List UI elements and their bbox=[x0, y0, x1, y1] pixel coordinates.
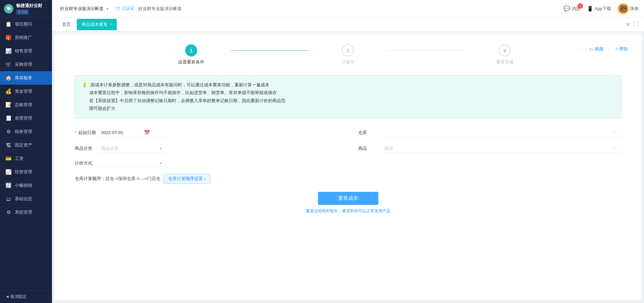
project-icon: 📋 bbox=[5, 21, 11, 27]
category-select[interactable]: 商品分类 ▼ bbox=[98, 144, 165, 153]
pricing-field: 计价方式 ▼ bbox=[75, 160, 621, 167]
step-connector-2-3 bbox=[387, 50, 466, 51]
calendar-icon[interactable]: 📅 bbox=[144, 130, 150, 136]
sidebar-item-ledger[interactable]: 📝 总账管理 bbox=[0, 98, 52, 112]
message-button[interactable]: 💬 消息 1 bbox=[564, 5, 580, 12]
inventory-icon: 🏠 bbox=[5, 75, 11, 81]
chevron-right-icon: › bbox=[204, 176, 206, 181]
warehouse-field: 仓库 ··· bbox=[358, 128, 622, 137]
expand-window-button[interactable]: ⛶ bbox=[633, 21, 639, 28]
verified-badge: 🛡 已认证 bbox=[116, 6, 134, 11]
app-name: 畅捷通好业财 bbox=[16, 3, 42, 9]
sidebar-item-label: 系统管理 bbox=[15, 209, 32, 215]
pricing-label: 计价方式 bbox=[75, 160, 98, 166]
pricing-select[interactable]: ▼ bbox=[98, 160, 165, 167]
assets-icon: 🏗 bbox=[5, 142, 11, 148]
verified-text: 已认证 bbox=[122, 6, 134, 11]
chevron-down-icon: ▼ bbox=[106, 7, 109, 11]
app-edition: 专业版 bbox=[16, 9, 29, 15]
start-date-field: * 起始日期 📅 bbox=[75, 128, 338, 137]
sidebar-item-purchase[interactable]: 🛒 采购管理 bbox=[0, 58, 52, 71]
sidebar-item-label: 经营管理 bbox=[15, 169, 32, 175]
topbar: 好业财专业版演示帐套 ▼ 🛡 已认证 好业财专业版演示帐套 💬 消息 1 📱 A… bbox=[52, 0, 644, 17]
sidebar-item-operations[interactable]: 📈 经营管理 bbox=[0, 165, 52, 179]
tab-close-icon[interactable]: × bbox=[110, 22, 112, 27]
info-box: 💡 因成本计算参数调整，或是对商品成本有疑问时，可以通过成本重算功能，重新计算一… bbox=[75, 75, 621, 118]
sidebar-item-label: 资金管理 bbox=[15, 88, 32, 94]
help-button[interactable]: ? 帮助 bbox=[615, 46, 628, 52]
step-2-circle: 2 bbox=[342, 44, 354, 56]
app-download-label: App下载 bbox=[595, 6, 611, 12]
form-section: * 起始日期 📅 仓库 ··· bbox=[55, 125, 641, 221]
account-display-name: 好业财专业版演示帐套 bbox=[138, 6, 182, 12]
ledger-icon: 📝 bbox=[5, 102, 11, 108]
operations-icon: 📈 bbox=[5, 169, 11, 175]
product-placeholder: 商品 bbox=[384, 145, 393, 152]
sidebar-item-label: 固定资产 bbox=[15, 142, 32, 148]
form-row-3: 计价方式 ▼ bbox=[75, 160, 621, 167]
sales-icon: 📊 bbox=[5, 48, 11, 54]
form-row-1: * 起始日期 📅 仓库 ··· bbox=[75, 128, 621, 137]
step-2-label: 计算中 bbox=[341, 59, 355, 65]
warning-icon: 💡 bbox=[82, 82, 87, 87]
topbar-actions: 💬 消息 1 📱 App下载 🐻 珠珠 bbox=[564, 3, 639, 14]
category-label: 商品分类 bbox=[75, 145, 98, 152]
step-2-num: 2 bbox=[346, 48, 349, 53]
warehouse-order-label: 仓库计算顺序：总仓->深圳仓库->...->门店仓 bbox=[75, 176, 160, 182]
video-help-button[interactable]: ▷ 视频 bbox=[590, 46, 603, 52]
sidebar-item-label: 营销推广 bbox=[15, 35, 32, 41]
tab-home[interactable]: 首页 bbox=[57, 19, 75, 30]
basic-icon: 🗂 bbox=[5, 196, 11, 202]
start-date-input-wrapper[interactable]: 📅 bbox=[98, 128, 165, 137]
content-area: 1 设置重算条件 2 计算中 3 重算完成 bbox=[55, 34, 641, 300]
sidebar-item-inventory[interactable]: 🏠 库存核算 bbox=[0, 71, 52, 85]
warehouse-order-row: 仓库计算顺序：总仓->深圳仓库->...->门店仓 仓库计算顺序设置 › bbox=[75, 174, 621, 184]
sidebar-item-finance[interactable]: 💰 资金管理 bbox=[0, 85, 52, 98]
sidebar-item-label: 税务管理 bbox=[15, 129, 32, 135]
tab-recalc-label: 商品成本重算 bbox=[82, 21, 108, 28]
sidebar-item-label: 基础信息 bbox=[15, 196, 32, 202]
steps-header: 1 设置重算条件 2 计算中 3 重算完成 bbox=[55, 34, 641, 72]
user-avatar-area[interactable]: 🐻 珠珠 bbox=[618, 3, 639, 14]
sidebar-item-tax[interactable]: ⚙ 税务管理 bbox=[0, 125, 52, 138]
finance-icon: 💰 bbox=[5, 88, 11, 94]
tab-home-label: 首页 bbox=[62, 21, 71, 28]
start-date-input[interactable] bbox=[101, 130, 141, 135]
tab-recalc[interactable]: 商品成本重算 × bbox=[77, 19, 117, 30]
close-window-button[interactable]: ✕ bbox=[626, 21, 630, 28]
product-more-button[interactable]: ··· bbox=[613, 145, 619, 152]
sidebar-item-label: 工资 bbox=[15, 156, 23, 162]
app-logo: 畅 bbox=[4, 4, 13, 13]
sidebar-item-system[interactable]: ⚙ 系统管理 bbox=[0, 206, 52, 219]
app-download-button[interactable]: 📱 App下载 bbox=[587, 6, 611, 12]
marketing-icon: 🎁 bbox=[5, 35, 11, 41]
sidebar-item-salary[interactable]: 💳 工资 bbox=[0, 152, 52, 165]
sidebar-item-invoice[interactable]: 🧾 发票管理 bbox=[0, 112, 52, 125]
invoice-icon: 🧾 bbox=[5, 115, 11, 121]
warehouse-order-settings-button[interactable]: 仓库计算顺序设置 › bbox=[163, 174, 211, 184]
play-icon: ▷ bbox=[590, 47, 593, 52]
sidebar-item-assets[interactable]: 🏗 固定资产 bbox=[0, 138, 52, 152]
app-title-block: 畅捷通好业财 专业版 bbox=[16, 3, 42, 15]
sidebar-pin-toggle[interactable]: ◄ 取消固定 bbox=[0, 290, 52, 303]
info-line-1: 因成本计算参数调整，或是对商品成本有疑问时，可以通过成本重算功能，重新计算一遍成… bbox=[91, 82, 269, 87]
system-icon: ⚙ bbox=[5, 209, 11, 215]
phone-icon: 📱 bbox=[587, 6, 593, 12]
video-label: 视频 bbox=[595, 46, 603, 52]
warehouse-more-button[interactable]: ··· bbox=[613, 130, 619, 136]
sidebar-item-sales[interactable]: 📊 销售管理 bbox=[0, 44, 52, 58]
sidebar-item-expense[interactable]: 🔄 小畅报销 bbox=[0, 179, 52, 192]
recalc-button[interactable]: 重算成本 bbox=[318, 192, 378, 205]
sidebar-item-basic[interactable]: 🗂 基础信息 bbox=[0, 192, 52, 206]
tabs-bar: 首页 商品成本重算 × ✕ ⛶ bbox=[52, 17, 644, 32]
salary-icon: 💳 bbox=[5, 156, 11, 162]
step-1-num: 1 bbox=[190, 48, 193, 53]
sidebar-item-marketing[interactable]: 🎁 营销推广 bbox=[0, 31, 52, 44]
account-selector[interactable]: 好业财专业版演示帐套 ▼ bbox=[57, 4, 112, 13]
sidebar-item-project[interactable]: 📋 项目顾问 bbox=[0, 17, 52, 31]
product-field: 商品 商品 ··· bbox=[358, 144, 622, 153]
pin-toggle-label: ◄ 取消固定 bbox=[5, 294, 26, 300]
step-3-label: 重算完成 bbox=[496, 59, 514, 65]
step-1-circle: 1 bbox=[185, 44, 197, 56]
step-3: 3 重算完成 bbox=[466, 44, 544, 65]
